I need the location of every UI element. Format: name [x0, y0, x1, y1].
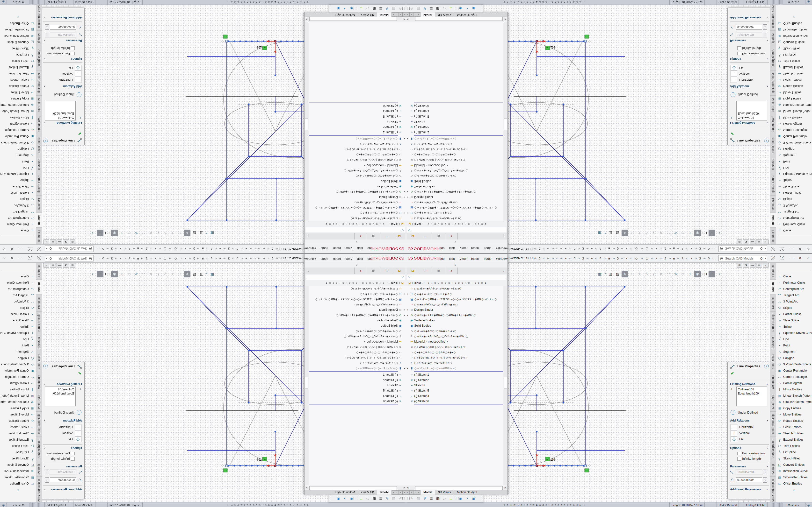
doc-window-button[interactable]: ✕	[44, 239, 49, 244]
tree-item-label[interactable]: Surface Bodies	[414, 319, 435, 322]
doc-window-button[interactable]: ◨	[63, 263, 69, 268]
toolbar-icon[interactable]: ⊙	[703, 257, 706, 260]
tree-item[interactable]: ▱ ○+Ɛ⅁ɘ◦◉○※⊙❘○◦○❘⊙※○◉◦ɘ⅁Ɛ+○	[309, 147, 406, 152]
angle-input[interactable]: 0.00000000°	[736, 477, 762, 482]
feature-manager-tab[interactable]: ◪	[393, 268, 406, 274]
menu-item[interactable]: Tools	[321, 246, 328, 250]
tree-item-label[interactable]: ○ИΝ◦⅁ɘ◦◉○◦○◉◦ɘ⅁◦ИΝ○	[360, 143, 398, 146]
toolbar-icon[interactable]: ⊙	[534, 247, 537, 250]
toolbar-icon[interactable]: ⊙	[659, 247, 663, 250]
toolbar-overflow-icon[interactable]: ...	[96, 247, 99, 250]
horizontal-relation-label[interactable]: Horizontal	[739, 425, 754, 429]
toolbar-icon[interactable]: +	[154, 247, 157, 250]
toolbar-icon[interactable]: Ƨ	[599, 247, 602, 250]
tree-horizontal-scrollbar[interactable]: ◀ ▶	[305, 486, 406, 490]
chevron-up-icon[interactable]: ∧	[767, 57, 768, 60]
toolbar-icon[interactable]: ⊙	[555, 257, 559, 260]
toolbar-icon[interactable]: ⊙	[376, 223, 378, 225]
document-tab[interactable]: Model	[420, 490, 435, 495]
format-tool-icon[interactable]: ⋮⋮	[406, 7, 408, 10]
view-tool-button[interactable]: ⁖	[89, 230, 96, 236]
units-selector[interactable]: Custom ▴	[13, 0, 24, 5]
search-box[interactable]: ⬒ Q ▾	[718, 255, 767, 262]
tool-item[interactable]: ↗ Move Entities	[0, 411, 36, 418]
toolbar-icon[interactable]: ⊙	[455, 282, 457, 284]
toolbar-icon[interactable]: ⊙	[355, 282, 357, 284]
expand-arrow-icon[interactable]: ▸	[406, 212, 409, 214]
infinite-length-checkbox[interactable]	[71, 457, 75, 461]
status-toolbar-icon[interactable]: ○	[510, 0, 512, 4]
doc-window-button[interactable]: ◨	[743, 239, 749, 244]
command-tab[interactable]: Mesh Modeling	[36, 70, 42, 95]
scrollbar-thumb[interactable]	[309, 486, 397, 490]
command-tab[interactable]: Surfaces	[770, 195, 776, 212]
status-toolbar-icon[interactable]: +	[549, 1, 550, 3]
tree-item-label[interactable]: ○ɿƨИΝ◉◦+A+◉ИΝA○◦○AИΝ◉+A+◦◉ИΝƨɿ○	[414, 190, 476, 193]
command-tab[interactable]: Mold Tools	[770, 392, 776, 412]
tool-item[interactable]: ◖ Partial Ellipse	[776, 190, 812, 196]
toolbar-icon[interactable]: ℨ	[431, 223, 433, 225]
scroll-left-icon[interactable]: ◀	[407, 487, 408, 489]
tree-item[interactable]: ☆ ○ɿƨɜƐ+◦◉ΛAΦ○◦○ΦAΛ◉◦+ƐɜƨвО	[309, 286, 406, 291]
doc-window-button[interactable]: ✕	[763, 263, 768, 268]
toolbar-icon[interactable]: ℨ	[664, 247, 667, 250]
feature-manager-tab[interactable]: ≡	[380, 233, 393, 239]
tool-item[interactable]: ◖ Partial Ellipse	[0, 311, 36, 317]
menu-item[interactable]: Insert	[333, 257, 341, 261]
status-toolbar-icon[interactable]: ⊙	[271, 504, 273, 506]
status-toolbar-icon[interactable]: …	[227, 1, 230, 3]
tree-item[interactable]: ▸ ◴ ○人◉+ɿƨ◦Ɛ○◦○Ɛ◦ƨɿ+◉人○	[309, 291, 406, 296]
status-toolbar-icon[interactable]: ⊙	[241, 1, 242, 3]
status-toolbar-icon[interactable]: ⊙	[557, 1, 559, 3]
tree-item-label[interactable]: Sketch3	[387, 384, 398, 387]
tree-item-label[interactable]: Sketch3	[414, 120, 425, 123]
toolbar-icon[interactable]: ⊙	[694, 257, 698, 260]
tree-item-label[interactable]: ○ɿƨ+ɜƐɿƨ○ИΝ◉◦+ƆƆƐƱƐƨƨ○◦○ƨƨƐƱƐƆƆ+◦◉ИΝ○ƨɿƐ…	[315, 298, 398, 300]
format-tool-icon[interactable]: ▦	[371, 496, 377, 501]
tool-item[interactable]: ⊡ Copy Entities	[776, 96, 812, 102]
tree-item-label[interactable]: ○+ИΝ◉+○※⊙❘○◦○❘⊙※○+◉ИΝ+○	[414, 345, 465, 348]
toolbar-icon[interactable]: +	[655, 257, 658, 260]
feature-manager-tab[interactable]: ◪	[393, 233, 406, 239]
menu-item[interactable]: View	[346, 257, 353, 261]
view-tool-button[interactable]: ⁖	[716, 271, 723, 277]
tree-item[interactable]: ⌐ (-) Sketch1	[406, 372, 503, 377]
tree-filter-box[interactable]: ▽	[306, 275, 405, 280]
doc-window-button[interactable]: ✕	[763, 239, 768, 244]
expand-arrow-icon[interactable]: ▸	[403, 137, 406, 140]
format-tool-icon[interactable]: ◔	[464, 7, 470, 11]
doc-window-button[interactable]: ✕	[44, 263, 49, 268]
status-toolbar-icon[interactable]: ℨ	[256, 1, 258, 3]
tool-item[interactable]: ⬡ Polygon	[776, 355, 812, 361]
format-tool-icon[interactable]: ▦	[435, 496, 441, 501]
tree-item-label[interactable]: ○ɿƨИΝ◉◦+A+◉ИΝA○◦○AИΝ◉+A+◦◉ИΝƨɿ○	[336, 190, 398, 193]
tree-horizontal-scrollbar[interactable]: ◀ ▶	[406, 17, 507, 21]
status-toolbar-icon[interactable]: ⊙	[297, 504, 299, 506]
tree-item-label[interactable]: (-) Sketch4	[383, 394, 398, 398]
tree-item[interactable]: ▸ A ○ɿƨИΝ◉◦+A+◉ИΝA○◦○AИΝ◉+A+◦◉ИΝƨɿ○	[406, 313, 503, 318]
expand-panel-icon[interactable]: ›	[503, 233, 506, 239]
feature-manager-tab[interactable]: ◎	[367, 233, 380, 239]
toolbar-icon[interactable]: ⊙	[232, 247, 235, 250]
status-toolbar-icon[interactable]: ⊙	[237, 504, 239, 506]
document-tab[interactable]: 3D Views	[358, 490, 377, 495]
status-toolbar-icon[interactable]: ⊙	[304, 504, 305, 506]
tree-item[interactable]: ≔ Material < not specified >	[309, 163, 406, 168]
status-toolbar-icon[interactable]: +	[262, 1, 263, 3]
chevron-up-icon[interactable]: ∧	[44, 383, 45, 386]
toolbar-icon[interactable]: ⊙	[158, 257, 161, 260]
tree-root-row[interactable]: ◪ TЯPDL2. ⊙ℨ⊙ω⊙⊙⊙+⊙Ɔ⊙ℨ⊙+⊙Ƨ⊙◉	[305, 280, 405, 286]
format-tool-icon[interactable]: ▣	[471, 7, 476, 11]
tool-item[interactable]: ↦ Stretch Entities	[0, 430, 36, 437]
expand-arrow-icon[interactable]: ▸	[403, 191, 406, 193]
status-toolbar-icon[interactable]: ⊙	[234, 504, 236, 506]
tab-nav-button[interactable]: ‹	[410, 12, 413, 17]
toolbar-icon[interactable]: ℨ	[538, 257, 541, 260]
tree-item[interactable]: ✎ ○ɿƨ∙∩※◉Am○◦○mA◉※∩∙ƨɿ○	[406, 173, 503, 179]
tab-nav-button[interactable]: «	[406, 12, 410, 17]
toolbar-icon[interactable]: Ƨ	[128, 257, 131, 260]
chevron-up-icon[interactable]: ∧	[44, 419, 45, 422]
tool-item[interactable]: ⊞ Linear Sketch Pattern	[0, 393, 36, 399]
tool-item[interactable]: ◱ Convert Entities	[0, 39, 36, 45]
status-toolbar-icon[interactable]: ⊙	[247, 1, 248, 3]
